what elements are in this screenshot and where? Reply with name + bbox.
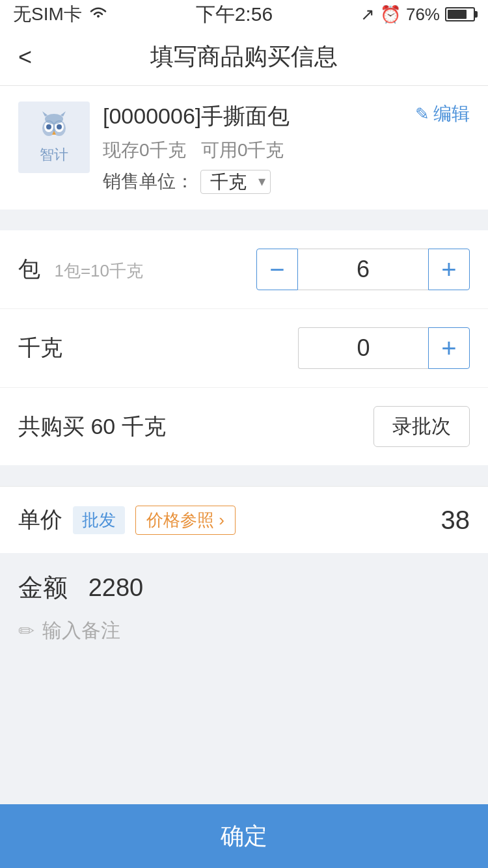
alarm-icon: ⏰ bbox=[380, 5, 401, 25]
price-row: 单价 批发 价格参照 › 38 bbox=[18, 505, 470, 535]
summary-row: 共购买 60 千克 录批次 bbox=[0, 388, 488, 465]
back-button[interactable]: < bbox=[18, 44, 32, 71]
status-left: 无SIM卡 bbox=[13, 2, 108, 27]
unit-select[interactable]: 千克 包 bbox=[200, 170, 271, 194]
status-time: 下午2:56 bbox=[196, 1, 273, 28]
carrier-text: 无SIM卡 bbox=[13, 2, 82, 27]
product-stock: 现存0千克 可用0千克 bbox=[103, 138, 470, 163]
bag-decrement-button[interactable]: − bbox=[256, 249, 298, 290]
kg-label: 千克 bbox=[18, 333, 298, 363]
amount-row: 金额 2280 bbox=[18, 571, 470, 604]
confirm-button[interactable]: 确定 bbox=[221, 821, 267, 852]
product-thumbnail: 智计 bbox=[18, 102, 90, 173]
unit-select-wrap[interactable]: 千克 包 bbox=[200, 170, 271, 194]
price-label: 单价 bbox=[18, 505, 62, 535]
svg-marker-8 bbox=[42, 111, 47, 116]
battery-text: 76% bbox=[406, 5, 440, 25]
product-unit: 销售单位： 千克 包 bbox=[103, 169, 470, 194]
separator-2 bbox=[0, 476, 488, 486]
confirm-bar[interactable]: 确定 bbox=[0, 804, 488, 868]
thumb-label: 智计 bbox=[40, 145, 68, 165]
product-section: 智计 [0000006]手撕面包 现存0千克 可用0千克 销售单位： 千克 包 … bbox=[0, 86, 488, 210]
page-title: 填写商品购买信息 bbox=[150, 41, 338, 73]
location-icon: ↗ bbox=[360, 5, 375, 25]
bag-increment-button[interactable]: + bbox=[428, 249, 470, 290]
svg-point-5 bbox=[57, 124, 62, 129]
kg-increment-button[interactable]: + bbox=[428, 327, 470, 369]
bag-qty-row: 包 1包=10千克 − + bbox=[0, 230, 488, 309]
bottom-spacer bbox=[0, 709, 488, 773]
amount-value: 2280 bbox=[88, 574, 144, 601]
note-input[interactable]: 输入备注 bbox=[42, 617, 120, 644]
batch-button[interactable]: 录批次 bbox=[373, 406, 470, 447]
status-bar: 无SIM卡 下午2:56 ↗ ⏰ 76% bbox=[0, 0, 488, 29]
wifi-icon bbox=[88, 4, 108, 25]
price-section: 单价 批发 价格参照 › 38 bbox=[0, 486, 488, 553]
battery-icon bbox=[445, 7, 475, 21]
note-row[interactable]: ✏ 输入备注 bbox=[18, 617, 470, 644]
pencil-icon: ✏ bbox=[18, 619, 34, 642]
edit-button[interactable]: ✎ 编辑 bbox=[415, 102, 470, 126]
bag-qty-controls: − + bbox=[256, 249, 470, 290]
kg-qty-input[interactable] bbox=[298, 327, 428, 369]
bag-label: 包 1包=10千克 bbox=[18, 254, 256, 284]
svg-point-4 bbox=[46, 124, 51, 129]
amount-label: 金额 bbox=[18, 574, 68, 601]
price-type-tag: 批发 bbox=[73, 506, 125, 534]
kg-qty-controls: + bbox=[298, 327, 470, 369]
bag-qty-input[interactable] bbox=[298, 249, 428, 290]
edit-icon: ✎ bbox=[415, 104, 429, 124]
price-ref-button[interactable]: 价格参照 › bbox=[135, 506, 236, 535]
amount-section: 金额 2280 ✏ 输入备注 bbox=[0, 553, 488, 709]
bag-hint: 1包=10千克 bbox=[54, 261, 143, 280]
quantity-section: 包 1包=10千克 − + 千克 + bbox=[0, 230, 488, 388]
kg-qty-row: 千克 + bbox=[0, 309, 488, 388]
separator-1 bbox=[0, 220, 488, 230]
summary-text: 共购买 60 千克 bbox=[18, 412, 166, 442]
svg-point-7 bbox=[45, 114, 63, 124]
status-right: ↗ ⏰ 76% bbox=[360, 5, 475, 25]
price-value: 38 bbox=[441, 506, 470, 535]
svg-marker-9 bbox=[61, 111, 66, 116]
header: < 填写商品购买信息 bbox=[0, 29, 488, 86]
